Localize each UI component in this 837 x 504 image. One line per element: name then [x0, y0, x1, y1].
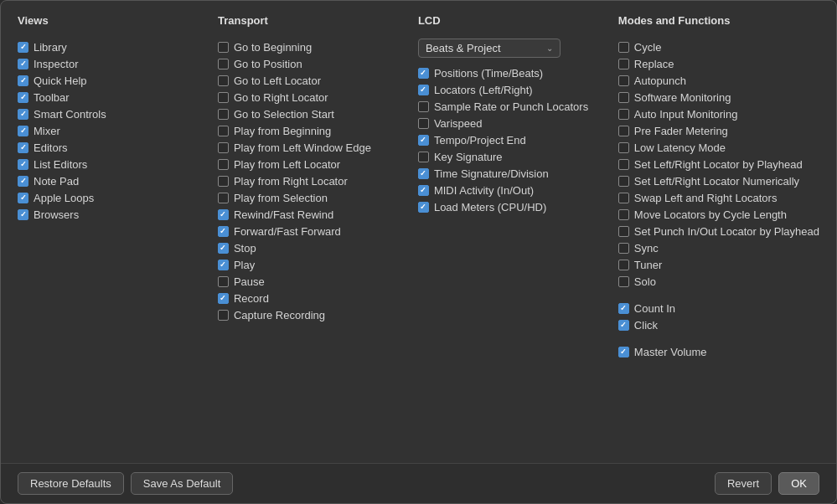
- item-label: Solo: [634, 275, 656, 288]
- checkbox-low-latency-mode[interactable]: [618, 142, 629, 153]
- checkbox-move-locators-by-cycle-length[interactable]: [618, 209, 629, 220]
- list-item: Smart Controls: [18, 105, 209, 122]
- item-label: Count In: [634, 302, 675, 315]
- item-label: Time Signature/Division: [434, 167, 549, 180]
- checkbox-editors[interactable]: [18, 142, 28, 153]
- checkbox-record[interactable]: [218, 293, 229, 304]
- lcd-dropdown[interactable]: Beats & Project ⌄: [418, 39, 561, 58]
- checkbox-mixer[interactable]: [18, 126, 28, 136]
- list-item: Play from Left Window Edge: [218, 139, 410, 156]
- checkbox-count-in[interactable]: [618, 303, 629, 314]
- checkbox-library[interactable]: [18, 42, 28, 53]
- checkbox-set-punch-in/out-locator-by-playhead[interactable]: [618, 226, 629, 237]
- checkbox-autopunch[interactable]: [618, 75, 629, 86]
- checkbox-time-signature/division[interactable]: [418, 168, 429, 179]
- item-label: Play from Left Window Edge: [234, 141, 371, 154]
- checkbox-play-from-selection[interactable]: [218, 193, 229, 203]
- checkbox-set-left/right-locator-numerically[interactable]: [618, 176, 629, 187]
- checkbox-stop[interactable]: [218, 243, 229, 254]
- checkbox-forward/fast-forward[interactable]: [218, 226, 229, 237]
- item-label: Go to Beginning: [234, 41, 312, 54]
- modes-group2: Master Volume: [618, 343, 819, 360]
- checkbox-auto-input-monitoring[interactable]: [618, 109, 629, 120]
- checkbox-quick-help[interactable]: [18, 75, 28, 86]
- item-label: Go to Selection Start: [234, 108, 334, 121]
- checkbox-pre-fader-metering[interactable]: [618, 126, 629, 136]
- footer: Restore Defaults Save As Default Revert …: [1, 463, 836, 503]
- save-as-default-button[interactable]: Save As Default: [131, 472, 234, 495]
- checkbox-toolbar[interactable]: [18, 92, 28, 103]
- item-label: Go to Left Locator: [234, 75, 321, 87]
- list-item: Move Locators by Cycle Length: [618, 206, 819, 223]
- checkbox-locators-(left/right)[interactable]: [418, 85, 429, 95]
- checkbox-click[interactable]: [618, 320, 629, 331]
- revert-button[interactable]: Revert: [715, 472, 772, 495]
- checkbox-midi-activity-(in/out)[interactable]: [418, 185, 429, 196]
- item-label: Mixer: [34, 125, 60, 137]
- checkbox-set-left/right-locator-by-playhead[interactable]: [618, 159, 629, 170]
- lcd-dropdown-label: Beats & Project: [426, 42, 501, 54]
- checkbox-software-monitoring[interactable]: [618, 92, 629, 103]
- checkbox-inspector[interactable]: [18, 59, 28, 69]
- checkbox-capture-recording[interactable]: [218, 310, 229, 321]
- item-label: Cycle: [634, 41, 662, 54]
- checkbox-browsers[interactable]: [18, 209, 28, 220]
- list-item: Locators (Left/Right): [418, 81, 610, 98]
- checkbox-play-from-right-locator[interactable]: [218, 176, 229, 187]
- item-label: Set Left/Right Locator by Playhead: [634, 158, 803, 171]
- checkbox-list-editors[interactable]: [18, 159, 28, 170]
- modes-column: Modes and Functions CycleReplaceAutopunc…: [618, 14, 819, 450]
- list-item: Time Signature/Division: [418, 165, 610, 182]
- checkbox-apple-loops[interactable]: [18, 193, 28, 203]
- list-item: Solo: [618, 273, 819, 290]
- checkbox-replace[interactable]: [618, 59, 629, 69]
- checkbox-positions-(time/beats)[interactable]: [418, 68, 429, 79]
- checkbox-play-from-left-locator[interactable]: [218, 159, 229, 170]
- item-label: Apple Loops: [34, 192, 94, 204]
- checkbox-play-from-beginning[interactable]: [218, 126, 229, 136]
- footer-right: Revert OK: [715, 472, 819, 495]
- checkbox-note-pad[interactable]: [18, 176, 28, 187]
- main-dialog: Views LibraryInspectorQuick HelpToolbarS…: [0, 0, 837, 504]
- checkbox-go-to-left-locator[interactable]: [218, 75, 229, 86]
- checkbox-load-meters-(cpu/hd)[interactable]: [418, 202, 429, 213]
- list-item: Play: [218, 256, 410, 273]
- list-item: Positions (Time/Beats): [418, 64, 610, 81]
- item-label: Quick Help: [34, 75, 87, 87]
- item-label: Sync: [634, 242, 659, 255]
- restore-defaults-button[interactable]: Restore Defaults: [18, 472, 124, 495]
- checkbox-play-from-left-window-edge[interactable]: [218, 142, 229, 153]
- ok-button[interactable]: OK: [778, 472, 819, 495]
- list-item: Record: [218, 290, 410, 306]
- checkbox-swap-left-and-right-locators[interactable]: [618, 193, 629, 203]
- list-item: Play from Left Locator: [218, 156, 410, 172]
- checkbox-solo[interactable]: [618, 276, 629, 287]
- checkbox-go-to-selection-start[interactable]: [218, 109, 229, 120]
- views-items: LibraryInspectorQuick HelpToolbarSmart C…: [18, 39, 209, 223]
- content-area: Views LibraryInspectorQuick HelpToolbarS…: [1, 1, 836, 463]
- checkbox-smart-controls[interactable]: [18, 109, 28, 120]
- list-item: Click: [618, 316, 819, 333]
- checkbox-key-signature[interactable]: [418, 152, 429, 162]
- checkbox-varispeed[interactable]: [418, 118, 429, 129]
- checkbox-cycle[interactable]: [618, 42, 629, 53]
- checkbox-tempo/project-end[interactable]: [418, 135, 429, 146]
- checkbox-go-to-beginning[interactable]: [218, 42, 229, 53]
- checkbox-go-to-position[interactable]: [218, 59, 229, 69]
- list-item: MIDI Activity (In/Out): [418, 182, 610, 198]
- item-label: Stop: [234, 242, 256, 255]
- checkbox-sync[interactable]: [618, 243, 629, 254]
- checkbox-sample-rate-or-punch-locators[interactable]: [418, 101, 429, 112]
- item-label: Sample Rate or Punch Locators: [434, 100, 588, 113]
- checkbox-pause[interactable]: [218, 276, 229, 287]
- checkbox-tuner[interactable]: [618, 260, 629, 270]
- item-label: Smart Controls: [34, 108, 106, 121]
- checkbox-rewind/fast-rewind[interactable]: [218, 209, 229, 220]
- checkbox-master-volume[interactable]: [618, 347, 629, 357]
- checkbox-go-to-right-locator[interactable]: [218, 92, 229, 103]
- list-item: Capture Recording: [218, 306, 410, 323]
- checkbox-play[interactable]: [218, 260, 229, 270]
- list-item: Toolbar: [18, 89, 209, 105]
- item-label: Go to Right Locator: [234, 91, 328, 104]
- list-item: Autopunch: [618, 72, 819, 89]
